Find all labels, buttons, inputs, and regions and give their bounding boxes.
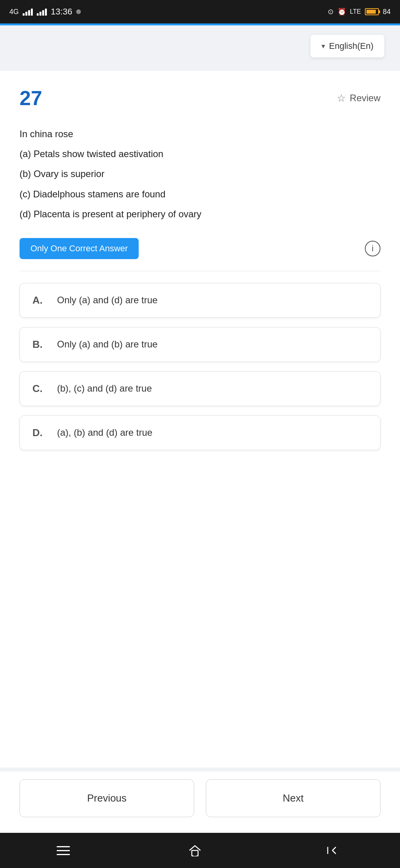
- menu-icon[interactable]: [57, 846, 70, 855]
- home-icon[interactable]: [183, 839, 207, 862]
- divider: [20, 271, 380, 271]
- next-button[interactable]: Next: [206, 779, 380, 817]
- battery-percent: 84: [383, 8, 391, 16]
- answer-type-row: Only One Correct Answer i: [20, 238, 380, 259]
- bottom-nav: [0, 833, 400, 868]
- svg-rect-1: [193, 853, 196, 856]
- network-type: 4G: [9, 8, 19, 16]
- info-icon[interactable]: i: [365, 241, 380, 256]
- option-text-a: Only (a) and (d) are true: [57, 295, 157, 306]
- question-number: 27: [20, 86, 42, 110]
- option-label-d: D.: [32, 427, 46, 439]
- question-line-1: (a) Petals show twisted aestivation: [20, 145, 380, 162]
- location-icon: ⊙: [328, 7, 334, 16]
- question-line-3: (c) Diadelphous stamens are found: [20, 186, 380, 202]
- question-header: 27 ☆ Review: [20, 86, 380, 110]
- language-selector[interactable]: ▾ English(En): [311, 35, 384, 57]
- star-icon: ☆: [337, 92, 346, 104]
- previous-button[interactable]: Previous: [20, 779, 194, 817]
- main-content: 27 ☆ Review In china rose(a) Petals show…: [0, 71, 400, 768]
- option-item-d[interactable]: D.(a), (b) and (d) are true: [20, 415, 380, 450]
- battery-icon: [365, 8, 379, 15]
- option-item-b[interactable]: B.Only (a) and (b) are true: [20, 327, 380, 362]
- signal-lte-icon: LTE: [350, 8, 361, 15]
- nav-buttons: Previous Next: [0, 771, 400, 833]
- answer-type-badge: Only One Correct Answer: [20, 238, 139, 259]
- back-icon[interactable]: [320, 839, 343, 862]
- question-line-4: (d) Placenta is present at periphery of …: [20, 206, 380, 222]
- option-item-a[interactable]: A.Only (a) and (d) are true: [20, 283, 380, 318]
- question-text: In china rose(a) Petals show twisted aes…: [20, 125, 380, 222]
- option-label-c: C.: [32, 383, 46, 395]
- chevron-down-icon: ▾: [321, 42, 325, 50]
- question-line-2: (b) Ovary is superior: [20, 165, 380, 182]
- option-text-d: (a), (b) and (d) are true: [57, 427, 152, 438]
- info-symbol: i: [372, 243, 374, 254]
- status-bar: 4G 13:36 ⊙ ⏰ LTE 84: [0, 0, 400, 23]
- option-text-b: Only (a) and (b) are true: [57, 339, 157, 350]
- alarm-icon: ⏰: [338, 7, 346, 16]
- review-label: Review: [350, 93, 380, 104]
- option-item-c[interactable]: C.(b), (c) and (d) are true: [20, 371, 380, 406]
- option-label-a: A.: [32, 294, 46, 306]
- status-time: 13:36: [51, 7, 72, 17]
- signal-bars: [23, 8, 33, 16]
- question-line-0: In china rose: [20, 125, 380, 142]
- options-container: A.Only (a) and (d) are trueB.Only (a) an…: [20, 283, 380, 450]
- status-left: 4G 13:36: [9, 7, 81, 17]
- status-dot: [76, 9, 81, 14]
- status-right: ⊙ ⏰ LTE 84: [328, 7, 391, 16]
- option-label-b: B.: [32, 338, 46, 351]
- review-button[interactable]: ☆ Review: [337, 92, 380, 104]
- signal-bars-2: [37, 8, 47, 16]
- header: ▾ English(En): [0, 25, 400, 67]
- option-text-c: (b), (c) and (d) are true: [57, 383, 152, 394]
- language-label: English(En): [329, 41, 373, 51]
